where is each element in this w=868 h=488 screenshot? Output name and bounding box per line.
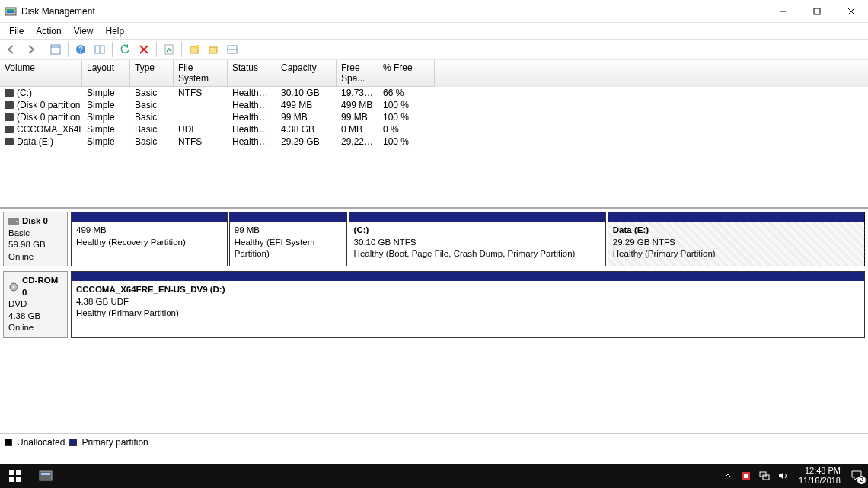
partition[interactable]: CCCOMA_X64FRE_EN-US_DV9 (D:)4.38 GB UDFH… (71, 271, 865, 338)
volume-list[interactable]: Volume Layout Type File System Status Ca… (0, 60, 868, 209)
close-button[interactable] (834, 0, 868, 22)
clock-date: 11/16/2018 (799, 476, 841, 486)
volume-list-header[interactable]: Volume Layout Type File System Status Ca… (0, 60, 868, 87)
volume-capacity: 4.38 GB (276, 123, 337, 136)
col-layout[interactable]: Layout (82, 60, 130, 87)
taskbar-clock[interactable]: 12:48 PM 11/16/2018 (794, 466, 845, 485)
taskbar[interactable]: 12:48 PM 11/16/2018 2 (0, 464, 868, 488)
menu-action[interactable]: Action (30, 24, 67, 38)
minimize-button[interactable] (765, 0, 799, 22)
svg-point-24 (13, 285, 15, 288)
volume-row[interactable]: Data (E:)SimpleBasicNTFSHealthy (P...29.… (0, 136, 868, 148)
partition-status: Healthy (Primary Partition) (613, 249, 716, 258)
disk-info[interactable]: CD-ROM 0DVD4.38 GBOnline (3, 271, 68, 338)
svg-rect-7 (51, 45, 60, 54)
volume-type: Basic (130, 99, 174, 111)
volume-name: (Disk 0 partition 1) (17, 100, 82, 110)
back-button[interactable] (3, 41, 20, 58)
volume-row[interactable]: (Disk 0 partition 1)SimpleBasicHealthy (… (0, 99, 868, 111)
partition[interactable]: (C:)30.10 GB NTFSHealthy (Boot, Page Fil… (349, 212, 606, 266)
volume-name: Data (E:) (17, 136, 53, 147)
system-tray[interactable]: 12:48 PM 11/16/2018 2 (716, 466, 868, 485)
col-type[interactable]: Type (130, 60, 174, 87)
refresh-button[interactable] (116, 41, 133, 58)
tray-action-center-icon[interactable]: 2 (850, 469, 863, 483)
volume-pctfree: 100 % (378, 136, 435, 148)
col-pctfree[interactable]: % Free (378, 60, 435, 87)
start-button[interactable] (0, 464, 30, 488)
volume-capacity: 99 MB (276, 111, 337, 123)
partition[interactable]: Data (E:)29.29 GB NTFSHealthy (Primary P… (608, 212, 865, 266)
disk-size: 59.98 GB (8, 239, 62, 251)
forward-button[interactable] (22, 41, 39, 58)
tray-security-icon[interactable] (739, 469, 753, 483)
volume-status: Healthy (E... (228, 111, 276, 123)
legend-primary-icon (69, 439, 77, 446)
task-disk-management[interactable] (30, 464, 61, 488)
app-icon (5, 5, 17, 18)
disk-status: Online (8, 251, 62, 263)
tray-network-icon[interactable] (758, 469, 771, 483)
svg-point-22 (16, 221, 18, 222)
disk-type: Basic (8, 228, 62, 240)
delete-button[interactable] (136, 41, 152, 58)
col-filesystem[interactable]: File System (174, 60, 228, 87)
volume-row[interactable]: (C:)SimpleBasicNTFSHealthy (B...30.10 GB… (0, 87, 868, 99)
disk-graph-pane[interactable]: Disk 0Basic59.98 GBOnline499 MBHealthy (… (0, 209, 868, 433)
col-capacity[interactable]: Capacity (276, 60, 337, 87)
open-volume-button[interactable] (205, 41, 222, 58)
partition-size: 499 MB (76, 225, 107, 234)
properties-button[interactable] (161, 41, 177, 58)
volume-capacity: 499 MB (276, 99, 337, 111)
legend-unallocated-label: Unallocated (17, 437, 65, 448)
volume-status: Healthy (P... (228, 123, 276, 136)
col-volume[interactable]: Volume (0, 60, 82, 87)
menu-view[interactable]: View (68, 24, 100, 38)
volume-fs (174, 111, 228, 123)
volume-capacity: 29.29 GB (276, 136, 337, 148)
col-status[interactable]: Status (228, 60, 276, 87)
titlebar[interactable]: Disk Management (0, 0, 868, 23)
legend: Unallocated Primary partition (0, 433, 868, 450)
toolbar: ? (0, 39, 868, 60)
disk-info[interactable]: Disk 0Basic59.98 GBOnline (3, 212, 68, 266)
volume-type: Basic (130, 111, 174, 123)
new-volume-button[interactable] (186, 41, 203, 58)
volume-icon (5, 113, 14, 121)
svg-rect-27 (9, 477, 14, 482)
clock-time: 12:48 PM (799, 466, 841, 476)
explore-volume-button[interactable] (224, 41, 241, 58)
tray-volume-icon[interactable] (776, 469, 790, 483)
volume-row[interactable]: (Disk 0 partition 2)SimpleBasicHealthy (… (0, 111, 868, 123)
menu-help[interactable]: Help (100, 24, 131, 38)
partition[interactable]: 99 MBHealthy (EFI System Partition) (229, 212, 347, 266)
svg-rect-18 (209, 47, 217, 53)
help-button[interactable]: ? (72, 41, 89, 58)
volume-pctfree: 0 % (378, 123, 435, 136)
action-center-badge: 2 (857, 476, 866, 484)
partition-bar (230, 212, 346, 222)
tray-chevron-up-icon[interactable] (721, 469, 735, 483)
volume-pctfree: 100 % (378, 111, 435, 123)
partition-status: Healthy (Boot, Page File, Crash Dump, Pr… (354, 249, 576, 258)
show-hide-console-button[interactable] (47, 41, 64, 58)
window-title: Disk Management (21, 6, 95, 17)
partition-bar (72, 272, 864, 281)
volume-free: 19.73 GB (337, 87, 378, 99)
disk-status: Online (8, 322, 62, 334)
partition-bar (72, 212, 227, 222)
partition[interactable]: 499 MBHealthy (Recovery Partition) (71, 212, 228, 266)
volume-capacity: 30.10 GB (276, 87, 337, 99)
volume-pctfree: 66 % (378, 87, 435, 99)
svg-rect-1 (7, 9, 14, 11)
svg-rect-25 (9, 470, 14, 475)
partition-bar (608, 212, 864, 222)
maximize-button[interactable] (799, 0, 834, 22)
col-freespace[interactable]: Free Spa... (337, 60, 378, 87)
svg-rect-32 (744, 474, 748, 478)
volume-row[interactable]: CCCOMA_X64FRE...SimpleBasicUDFHealthy (P… (0, 123, 868, 136)
menu-file[interactable]: File (3, 24, 30, 38)
settings-tabview-button[interactable] (91, 41, 108, 58)
volume-type: Basic (130, 136, 174, 148)
volume-layout: Simple (82, 87, 130, 99)
